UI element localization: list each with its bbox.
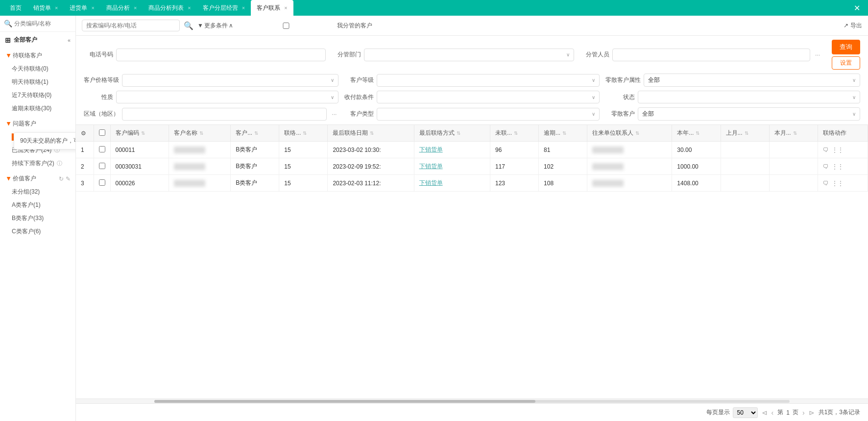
top-nav: 首页 销货单 × 进货单 × 商品分析 × 商品分析列表 × 客户分层经营 × … [0,0,868,16]
edit-value-icon[interactable]: ✎ [66,175,71,182]
zero-attr-chevron-icon: ∨ [852,77,856,83]
collapse-sidebar-icon[interactable]: « [68,37,71,43]
horizontal-scrollbar[interactable] [154,400,790,403]
more-conditions-btn[interactable]: ▼ 更多条件 ∧ [197,22,233,30]
th-customer-type: 客户... ⇅ [231,125,279,142]
sidebar-item-declining[interactable]: 持续下滑客户(2) ⓘ [0,157,75,170]
row-checkbox-1[interactable] [99,163,105,169]
filter-row-3: 性质 ∨ 收付款条件 ∨ 状态 [84,91,860,103]
nav-analysis-list[interactable]: 商品分析列表 × [143,0,196,16]
close-sales-icon[interactable]: × [55,0,58,16]
phone-input[interactable] [116,49,326,61]
search-input[interactable] [82,20,180,31]
sort-tmonth-icon[interactable]: ⇅ [793,130,797,136]
query-btn[interactable]: 查询 [832,40,860,54]
last-page-btn[interactable]: ⊳ [809,409,815,417]
select-all-checkbox[interactable] [99,129,105,136]
zero-attr-select[interactable]: 全部 ∨ [644,74,860,87]
sidebar: 🔍 ⊞ 全部客户 « ▶ 待联络客户 今天待联络(0) 明天待联络(1) [0,16,76,421]
sidebar-group-value-header[interactable]: ▶ 价值客户 ↻ ✎ [0,172,75,185]
sidebar-item-class-b[interactable]: B类客户(33) [0,212,75,225]
person-dots-icon[interactable]: ··· [813,51,822,58]
table-header-row: ⚙ 客户编码 ⇅ 客户名称 ⇅ [76,125,868,142]
filter-region: 区域（地区） ··· [84,108,338,121]
my-customers-checkbox-label[interactable]: 我分管的客户 [237,22,372,30]
sort-type-icon[interactable]: ⇅ [254,130,258,136]
first-page-btn[interactable]: ⊲ [762,409,768,417]
dept-select[interactable]: ∨ [364,49,574,61]
method-link-2[interactable]: 下销货单 [419,179,443,186]
filter-customer-type: 客户类型 ∨ [344,108,599,121]
action-more-icon-0[interactable]: ⋮⋮ [832,147,844,153]
sort-year-icon[interactable]: ⇅ [696,130,699,136]
action-more-icon-1[interactable]: ⋮⋮ [832,163,844,170]
nature-select[interactable]: ∨ [116,91,338,103]
close-analysis-list-icon[interactable]: × [188,0,191,16]
region-select[interactable] [122,108,327,121]
action-more-icon-2[interactable]: ⋮⋮ [832,180,844,187]
row-checkbox-0[interactable] [99,146,105,152]
sidebar-item-ungroup[interactable]: 未分组(32) [0,185,75,198]
payment-select[interactable]: ∨ [377,91,599,103]
th-this-year: 本年... ⇅ [672,125,721,142]
sort-lmonth-icon[interactable]: ⇅ [745,130,748,136]
close-purchase-icon[interactable]: × [91,0,94,16]
th-settings[interactable]: ⚙ [76,125,94,142]
sort-overdue-icon[interactable]: ⇅ [562,130,566,136]
arrow-value-icon: ▶ [6,177,12,181]
row-checkbox-2[interactable] [99,179,105,186]
customer-type-select[interactable]: ∨ [377,108,599,121]
nav-purchase[interactable]: 进货单 × [64,0,100,16]
window-close-icon[interactable]: ✕ [850,3,864,13]
td-tmonth-0 [769,142,818,158]
prev-page-btn[interactable]: ‹ [772,409,774,417]
sidebar-item-overdue-contact[interactable]: 逾期未联络(30) [0,102,75,115]
sidebar-item-class-a[interactable]: A类客户(1) [0,198,75,212]
method-link-1[interactable]: 下销货单 [419,163,443,170]
nav-customer-contact[interactable]: 客户联系 × [251,0,293,16]
region-dots-icon[interactable]: ··· [330,111,338,118]
method-link-0[interactable]: 下销货单 [419,146,443,153]
nav-sales[interactable]: 销货单 × [27,0,64,16]
customer-table: ⚙ 客户编码 ⇅ 客户名称 ⇅ [76,125,868,192]
status-select[interactable]: ∨ [638,91,860,103]
sort-unit-icon[interactable]: ⇅ [635,130,639,136]
sort-name-icon[interactable]: ⇅ [199,130,203,136]
sort-method-icon[interactable]: ⇅ [457,130,460,136]
nav-customer-layer[interactable]: 客户分层经营 × [197,0,251,16]
sort-unlisted-icon[interactable]: ⇅ [514,130,518,136]
sidebar-search-input[interactable] [14,20,72,27]
sidebar-all-customers[interactable]: ⊞ 全部客户 « [0,32,75,48]
filter-search-icon[interactable]: 🔍 [184,21,193,30]
close-customer-contact-icon[interactable]: × [284,0,287,16]
settings-btn[interactable]: 设置 [832,56,860,70]
action-chat-icon-2[interactable]: 🗨 [823,180,829,187]
action-chat-icon-0[interactable]: 🗨 [823,147,829,153]
td-unit-0: BLURRED2 [587,142,672,158]
sidebar-item-tomorrow-contact[interactable]: 明天待联络(1) [0,75,75,89]
sidebar-item-class-c[interactable]: C类客户(6) [0,225,75,238]
sort-contact-icon[interactable]: ⇅ [303,130,307,136]
per-page-select[interactable]: 50 100 200 [733,407,758,418]
payment-chevron-icon: ∨ [592,95,595,100]
refresh-value-icon[interactable]: ↻ [59,175,64,182]
zero-customer-select[interactable]: 全部 ∨ [638,107,860,121]
person-select[interactable] [612,49,810,61]
my-customers-checkbox[interactable] [237,23,335,29]
sidebar-item-today-contact[interactable]: 今天待联络(0) [0,62,75,75]
sort-date-icon[interactable]: ⇅ [370,130,374,136]
customer-level-select[interactable]: ∨ [377,74,599,87]
sort-code-icon[interactable]: ⇅ [141,130,145,136]
nav-home[interactable]: 首页 [4,0,27,16]
action-chat-icon-1[interactable]: 🗨 [823,163,829,170]
export-btn[interactable]: ↗ 导出 [844,22,862,30]
nav-analysis[interactable]: 商品分析 × [100,0,143,16]
td-contact-1: 15 [279,158,328,175]
price-level-select[interactable]: ∨ [122,74,338,87]
sidebar-group-problem-header[interactable]: ▶ 问题客户 [0,117,75,130]
close-analysis-icon[interactable]: × [134,0,137,16]
sidebar-group-pending-header[interactable]: ▶ 待联络客户 [0,49,75,62]
next-page-btn[interactable]: › [802,409,805,417]
close-customer-layer-icon[interactable]: × [242,0,245,16]
sidebar-item-7days-contact[interactable]: 近7天待联络(0) [0,89,75,102]
